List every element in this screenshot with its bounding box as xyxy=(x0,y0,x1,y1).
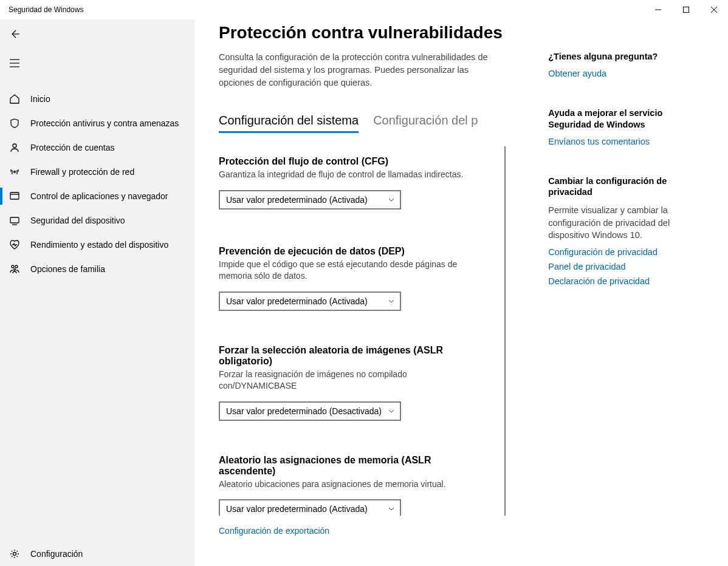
health-icon xyxy=(9,239,21,251)
setting-title: Protección del flujo de control (CFG) xyxy=(219,156,486,167)
setting-cfg: Protección del flujo de control (CFG) Ga… xyxy=(219,156,486,210)
aside-feedback-title: Ayuda a mejorar el servicio Seguridad de… xyxy=(548,107,704,131)
setting-title: Forzar la selección aleatoria de imágene… xyxy=(219,345,486,367)
send-feedback-link[interactable]: Envíanos tus comentarios xyxy=(548,137,704,146)
setting-aslr-bottomup: Aleatorio las asignaciones de memoria (A… xyxy=(219,455,486,516)
sidebar-item-label: Inicio xyxy=(30,94,50,104)
sidebar-item-home[interactable]: Inicio xyxy=(0,87,194,111)
dropdown-value: Usar valor predeterminado (Desactivada) xyxy=(226,406,382,416)
gear-icon xyxy=(9,548,21,560)
setting-aslr-force: Forzar la selección aleatoria de imágene… xyxy=(219,345,486,421)
back-button[interactable] xyxy=(0,19,29,49)
aside-privacy-title: Cambiar la configuración de privacidad xyxy=(548,176,704,199)
dropdown-aslr-bottomup[interactable]: Usar valor predeterminado (Activada) xyxy=(219,499,401,516)
tabs: Configuración del sistema Configuración … xyxy=(219,114,506,133)
sidebar-item-label: Configuración xyxy=(30,549,83,559)
sidebar-item-firewall[interactable]: Firewall y protección de red xyxy=(0,160,194,184)
svg-point-15 xyxy=(15,265,18,268)
chevron-down-icon xyxy=(388,407,395,415)
aside-panel: ¿Tienes alguna pregunta? Obtener ayuda A… xyxy=(548,19,704,566)
privacy-dashboard-link[interactable]: Panel de privacidad xyxy=(548,262,704,271)
svg-rect-10 xyxy=(10,193,19,199)
dropdown-value: Usar valor predeterminado (Activada) xyxy=(226,504,368,514)
home-icon xyxy=(9,93,21,105)
settings-scroll[interactable]: Protección del flujo de control (CFG) Ga… xyxy=(219,146,506,516)
svg-point-8 xyxy=(13,144,16,148)
svg-point-17 xyxy=(13,553,16,556)
privacy-settings-link[interactable]: Configuración de privacidad xyxy=(548,247,704,257)
sidebar-item-virus[interactable]: Protección antivirus y contra amenazas xyxy=(0,111,194,135)
setting-title: Prevención de ejecución de datos (DEP) xyxy=(219,246,486,257)
sidebar-item-account[interactable]: Protección de cuentas xyxy=(0,135,194,160)
close-button[interactable] xyxy=(700,0,728,19)
account-icon xyxy=(9,142,21,154)
dropdown-aslr-force[interactable]: Usar valor predeterminado (Desactivada) xyxy=(219,401,401,421)
svg-point-14 xyxy=(12,265,14,268)
setting-dep: Prevención de ejecución de datos (DEP) I… xyxy=(219,246,486,311)
sidebar-item-label: Rendimiento y estado del dispositivo xyxy=(30,240,168,250)
sidebar-item-label: Firewall y protección de red xyxy=(30,167,134,177)
setting-desc: Garantiza la integridad de flujo de cont… xyxy=(219,169,486,180)
dropdown-dep[interactable]: Usar valor predeterminado (Activada) xyxy=(219,292,401,311)
aside-privacy-desc: Permite visualizar y cambiar la configur… xyxy=(548,204,704,241)
svg-rect-12 xyxy=(10,217,19,223)
dropdown-value: Usar valor predeterminado (Activada) xyxy=(226,296,368,306)
device-icon xyxy=(9,214,21,227)
hamburger-button[interactable] xyxy=(0,49,29,78)
sidebar-item-label: Control de aplicaciones y navegador xyxy=(30,191,168,201)
privacy-statement-link[interactable]: Declaración de privacidad xyxy=(548,276,704,286)
setting-desc: Impide que el código que se está ejecuta… xyxy=(219,259,486,282)
minimize-button[interactable] xyxy=(644,0,672,19)
maximize-button[interactable] xyxy=(672,0,700,19)
setting-title: Aleatorio las asignaciones de memoria (A… xyxy=(219,455,486,477)
svg-rect-1 xyxy=(684,7,689,13)
tab-program-settings[interactable]: Configuración del p xyxy=(373,114,478,133)
dropdown-value: Usar valor predeterminado (Activada) xyxy=(226,195,368,205)
aside-question-title: ¿Tienes alguna pregunta? xyxy=(548,51,704,63)
page-title: Protección contra vulnerabilidades xyxy=(219,23,506,43)
window-title: Seguridad de Windows xyxy=(9,5,83,14)
sidebar-item-label: Opciones de familia xyxy=(30,264,105,274)
sidebar-item-label: Seguridad del dispositivo xyxy=(30,216,125,225)
firewall-icon xyxy=(9,166,21,178)
chevron-down-icon xyxy=(388,505,395,513)
setting-desc: Aleatorio ubicaciones para asignaciones … xyxy=(219,479,486,490)
tab-system-settings[interactable]: Configuración del sistema xyxy=(219,114,359,133)
sidebar-item-family[interactable]: Opciones de familia xyxy=(0,257,194,281)
page-description: Consulta la configuración de la protecci… xyxy=(219,51,506,89)
sidebar: Inicio Protección antivirus y contra ame… xyxy=(0,19,194,566)
sidebar-item-device[interactable]: Seguridad del dispositivo xyxy=(0,208,194,233)
chevron-down-icon xyxy=(388,298,395,305)
appcontrol-icon xyxy=(9,190,21,202)
svg-point-9 xyxy=(14,171,16,173)
chevron-down-icon xyxy=(388,196,395,203)
svg-point-16 xyxy=(14,269,16,271)
sidebar-item-appcontrol[interactable]: Control de aplicaciones y navegador xyxy=(0,184,194,208)
shield-icon xyxy=(9,117,21,129)
get-help-link[interactable]: Obtener ayuda xyxy=(548,69,704,78)
sidebar-item-label: Protección antivirus y contra amenazas xyxy=(30,118,179,128)
setting-desc: Forzar la reasignación de imágenes no co… xyxy=(219,369,486,392)
sidebar-item-label: Protección de cuentas xyxy=(30,143,115,152)
dropdown-cfg[interactable]: Usar valor predeterminado (Activada) xyxy=(219,190,401,210)
export-settings-link[interactable]: Configuración de exportación xyxy=(219,521,329,536)
family-icon xyxy=(9,263,21,275)
sidebar-item-health[interactable]: Rendimiento y estado del dispositivo xyxy=(0,233,194,257)
sidebar-item-settings[interactable]: Configuración xyxy=(0,542,194,566)
